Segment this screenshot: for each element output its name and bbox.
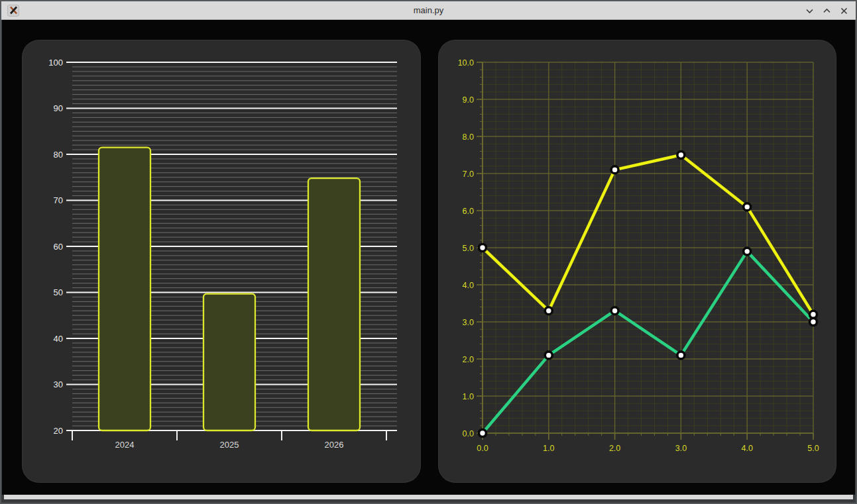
close-icon — [840, 7, 848, 15]
window-titlebar[interactable]: main.py — [1, 1, 856, 20]
svg-text:40: 40 — [54, 334, 63, 344]
close-button[interactable] — [838, 5, 849, 16]
svg-text:20: 20 — [54, 426, 63, 436]
svg-text:60: 60 — [54, 242, 63, 252]
svg-text:2024: 2024 — [115, 440, 135, 450]
chevron-up-icon — [823, 7, 831, 15]
svg-text:2.0: 2.0 — [609, 444, 620, 453]
svg-text:2.0: 2.0 — [463, 355, 474, 364]
svg-text:1.0: 1.0 — [463, 392, 474, 401]
svg-text:4.0: 4.0 — [463, 281, 474, 290]
svg-text:2025: 2025 — [220, 440, 239, 450]
svg-text:90: 90 — [54, 103, 63, 113]
svg-text:0.0: 0.0 — [477, 444, 488, 453]
svg-text:5.0: 5.0 — [463, 244, 474, 253]
svg-text:3.0: 3.0 — [675, 444, 687, 453]
svg-text:10.0: 10.0 — [458, 58, 474, 68]
bar-chart: 2030405060708090100202420252026 — [23, 40, 420, 482]
svg-text:9.0: 9.0 — [463, 95, 474, 105]
svg-text:30: 30 — [54, 379, 63, 389]
svg-text:8.0: 8.0 — [463, 132, 474, 142]
line-chart-panel: 0.01.02.03.04.05.06.07.08.09.010.00.01.0… — [438, 40, 836, 483]
x11-logo-icon[interactable] — [7, 5, 19, 17]
svg-text:50: 50 — [54, 287, 63, 297]
svg-text:2026: 2026 — [325, 440, 344, 450]
chevron-down-icon — [805, 7, 814, 15]
window-bottom-frame — [4, 495, 853, 499]
window-content: 2030405060708090100202420252026 0.01.02.… — [2, 20, 855, 495]
svg-text:5.0: 5.0 — [807, 444, 819, 453]
svg-text:0.0: 0.0 — [463, 429, 474, 438]
svg-text:1.0: 1.0 — [543, 444, 554, 453]
svg-text:70: 70 — [54, 195, 63, 205]
minimize-button[interactable] — [804, 5, 815, 16]
bar-chart-panel: 2030405060708090100202420252026 — [22, 40, 421, 483]
svg-text:4.0: 4.0 — [742, 444, 753, 453]
svg-text:7.0: 7.0 — [463, 170, 474, 179]
window-controls — [804, 1, 849, 20]
window-title: main.py — [1, 5, 856, 15]
svg-text:3.0: 3.0 — [463, 318, 474, 327]
svg-text:6.0: 6.0 — [463, 207, 474, 216]
svg-text:100: 100 — [48, 58, 63, 68]
svg-text:80: 80 — [54, 150, 63, 160]
line-chart: 0.01.02.03.04.05.06.07.08.09.010.00.01.0… — [439, 40, 836, 482]
maximize-button[interactable] — [821, 5, 832, 16]
